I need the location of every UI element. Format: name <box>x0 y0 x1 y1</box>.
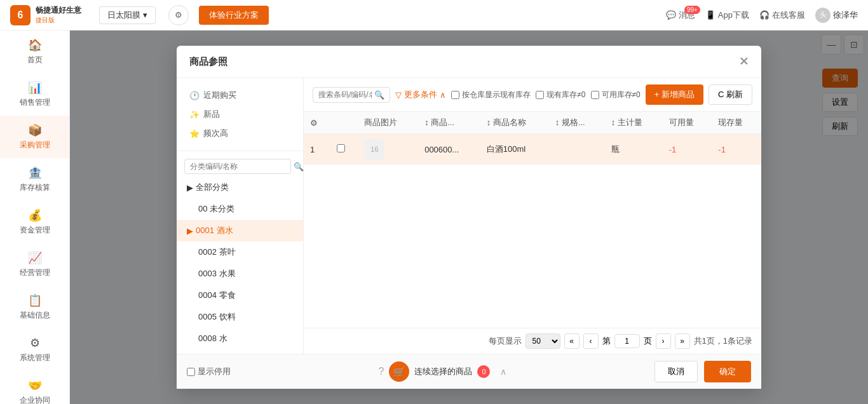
modal-body: 🕐 近期购买 ✨ 新品 ⭐ 频次高 <box>177 78 761 354</box>
star-icon: ⭐ <box>189 129 200 138</box>
sidebar-label-system: 系统管理 <box>20 353 50 363</box>
finance-icon: 💰 <box>28 208 42 222</box>
system-icon: ⚙ <box>30 336 40 350</box>
category-search-icon[interactable]: 🔍 <box>294 162 304 172</box>
sidebar-label-enterprise: 企业协同 <box>20 395 50 404</box>
category-all[interactable]: ▶ 全部分类 <box>177 177 303 198</box>
sales-icon: 📊 <box>28 81 42 95</box>
col-spec[interactable]: ↕ 规格... <box>549 112 605 134</box>
cart-count-badge: 0 <box>477 365 490 378</box>
download-icon: 📱 <box>705 10 715 20</box>
divider <box>177 151 303 151</box>
sidebar-item-system[interactable]: ⚙ 系统管理 <box>0 328 69 371</box>
modal-title: 商品参照 <box>189 56 227 68</box>
sidebar-item-finance[interactable]: 💰 资金管理 <box>0 201 69 243</box>
sidebar-item-inventory[interactable]: 🏦 库存核算 <box>0 158 69 201</box>
user-profile[interactable]: 头 徐泽华 <box>815 8 858 23</box>
footer-cart: ? 🛒 连续选择的商品 0 ∧ <box>379 361 507 382</box>
right-panel: 🔍 ▽ 更多条件 ∧ 按仓库显示现有库存 <box>304 78 761 354</box>
avatar: 头 <box>815 8 831 23</box>
checkbox-nonzero-stock[interactable]: 现有库存≠0 <box>536 90 585 100</box>
inventory-icon: 🏦 <box>28 166 42 180</box>
product-table: ⚙ 商品图片 ↕ 商品... ↕ 商品名称 ↕ 规格... ↕ 主计量 可用量 <box>304 112 761 165</box>
logo-area: 6 畅捷通好生意 捷目版 <box>10 5 86 25</box>
row-stock: -1 <box>712 134 761 165</box>
sidebar-item-basics[interactable]: 📋 基础信息 <box>0 286 69 328</box>
topbar: 6 畅捷通好生意 捷目版 日太阳膜 ▾ ⚙ 体验行业方案 💬 消息 99+ 📱 … <box>0 0 868 30</box>
cancel-button[interactable]: 取消 <box>654 361 698 382</box>
category-unclassified[interactable]: 00 未分类 <box>177 198 303 220</box>
modal-footer: 显示停用 ? 🛒 连续选择的商品 0 ∧ 取消 确定 <box>177 354 761 389</box>
filter-chevron-icon: ∧ <box>440 90 446 100</box>
table-row[interactable]: 1 16 000600... 白酒100ml <box>304 134 761 165</box>
page-last-btn[interactable]: » <box>675 333 690 349</box>
footer-buttons: 取消 确定 <box>654 361 751 382</box>
sidebar-item-operations[interactable]: 📈 经营管理 <box>0 243 69 286</box>
col-settings[interactable]: ⚙ <box>304 112 330 134</box>
page-number-input[interactable] <box>614 334 640 348</box>
sidebar-item-purchase[interactable]: 📦 采购管理 <box>0 116 69 158</box>
row-checkbox[interactable] <box>330 134 358 165</box>
logo-text: 畅捷通好生意 捷目版 <box>36 5 81 25</box>
sidebar-label-home: 首页 <box>27 55 43 65</box>
new-product-btn[interactable]: ✨ 新品 <box>184 105 295 124</box>
checkbox-nonzero-available[interactable]: 可用库存≠0 <box>591 90 641 100</box>
refresh-product-button[interactable]: C 刷新 <box>709 84 752 105</box>
sidebar-item-enterprise[interactable]: 🤝 企业协同 <box>0 371 69 404</box>
col-code[interactable]: ↕ 商品... <box>418 112 480 134</box>
gear-icon: ⚙ <box>175 10 182 20</box>
category-beverage[interactable]: 0005 饮料 <box>177 306 303 328</box>
checkbox-warehouse-stock[interactable]: 按仓库显示现有库存 <box>451 90 531 100</box>
col-name[interactable]: ↕ 商品名称 <box>480 112 549 134</box>
new-icon: ✨ <box>189 110 200 119</box>
page-prev-btn[interactable]: ‹ <box>583 333 599 349</box>
online-service-button[interactable]: 🎧 在线客服 <box>759 10 805 21</box>
app-download-button[interactable]: 📱 App下载 <box>705 10 749 21</box>
product-table-wrap: ⚙ 商品图片 ↕ 商品... ↕ 商品名称 ↕ 规格... ↕ 主计量 可用量 <box>304 112 761 328</box>
all-arrow-icon: ▶ <box>187 183 193 192</box>
store-dropdown-icon: ▾ <box>143 10 147 20</box>
messages-button[interactable]: 💬 消息 99+ <box>666 10 695 21</box>
row-code: 000600... <box>418 134 480 165</box>
page-next-btn[interactable]: › <box>656 333 671 349</box>
recent-purchase-btn[interactable]: 🕐 近期购买 <box>184 86 295 105</box>
messages-badge: 99+ <box>684 6 700 14</box>
show-disabled-checkbox[interactable]: 显示停用 <box>187 366 231 377</box>
more-filters-button[interactable]: ▽ 更多条件 ∧ <box>395 89 446 100</box>
gear-button[interactable]: ⚙ <box>168 5 189 25</box>
confirm-button[interactable]: 确定 <box>704 361 751 382</box>
cart-collapse-icon[interactable]: ∧ <box>500 367 506 377</box>
row-name: 白酒100ml <box>480 134 549 165</box>
row-image: 16 <box>358 134 418 165</box>
col-unit[interactable]: ↕ 主计量 <box>605 112 663 134</box>
home-icon: 🏠 <box>28 38 42 52</box>
page-first-btn[interactable]: « <box>564 333 580 349</box>
sidebar-item-sales[interactable]: 📊 销售管理 <box>0 73 69 116</box>
category-water[interactable]: 0008 水 <box>177 328 303 349</box>
basics-icon: 📋 <box>28 293 42 307</box>
category-tea[interactable]: 0002 茶叶 <box>177 241 303 263</box>
frequent-btn[interactable]: ⭐ 频次高 <box>184 124 295 143</box>
sidebar-label-finance: 资金管理 <box>20 225 50 236</box>
category-fruit[interactable]: 0003 水果 <box>177 263 303 285</box>
cart-icon[interactable]: 🛒 <box>389 361 409 382</box>
enterprise-icon: 🤝 <box>28 379 42 393</box>
modal-close-button[interactable]: ✕ <box>739 55 749 69</box>
category-list: ▶ 全部分类 00 未分类 ▶ 0001 酒水 <box>177 177 303 349</box>
category-search: 🔍 <box>184 159 295 174</box>
search-input-wrap: 🔍 <box>313 87 390 103</box>
add-product-button[interactable]: + 新增商品 <box>646 84 703 105</box>
store-selector[interactable]: 日太阳膜 ▾ <box>99 6 156 24</box>
sidebar-item-home[interactable]: 🏠 首页 <box>0 30 69 73</box>
product-search-input[interactable] <box>318 90 372 99</box>
help-icon[interactable]: ? <box>379 366 384 377</box>
topbar-actions: ⚙ 体验行业方案 <box>168 5 269 25</box>
category-search-input[interactable] <box>184 159 291 174</box>
main-layout: 🏠 首页 📊 销售管理 📦 采购管理 🏦 库存核算 💰 资金管理 📈 经营管理 … <box>0 30 868 404</box>
category-liquor[interactable]: ▶ 0001 酒水 <box>177 220 303 241</box>
operations-icon: 📈 <box>28 251 42 265</box>
category-snack[interactable]: 0004 零食 <box>177 285 303 306</box>
trial-button[interactable]: 体验行业方案 <box>199 6 269 25</box>
per-page-select[interactable]: 50 20 100 <box>526 333 560 349</box>
purchase-icon: 📦 <box>28 123 42 137</box>
